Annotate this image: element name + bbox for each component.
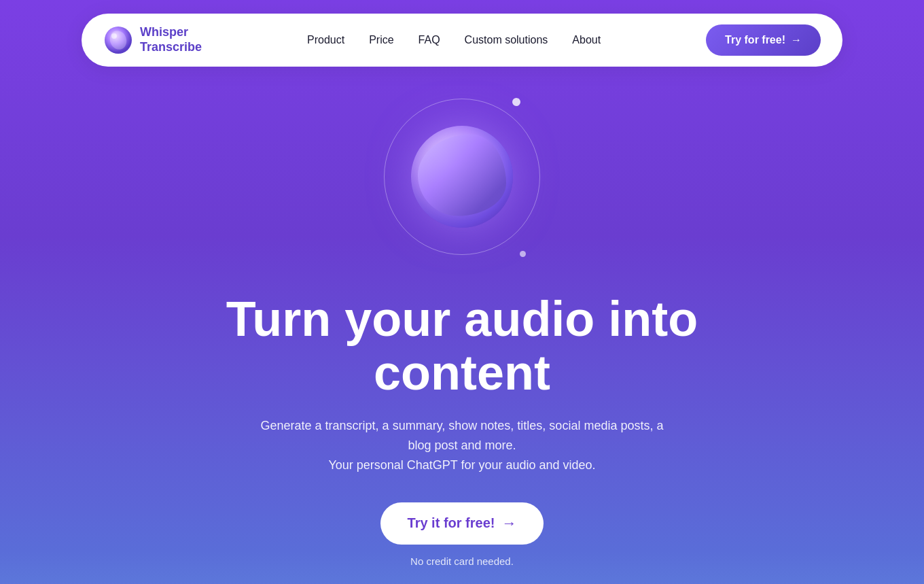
hero-cta-button[interactable]: Try it for free! → bbox=[380, 502, 544, 545]
nav-custom-solutions[interactable]: Custom solutions bbox=[465, 34, 548, 46]
nav-links: Product Price FAQ Custom solutions About bbox=[307, 34, 601, 46]
orb-dot-top bbox=[512, 98, 520, 106]
orb-sphere bbox=[411, 126, 513, 228]
hero-orb bbox=[374, 88, 550, 265]
orb-blob bbox=[418, 135, 506, 216]
navbar: WhisperTranscribe Product Price FAQ Cust… bbox=[82, 14, 842, 67]
svg-point-2 bbox=[111, 33, 117, 39]
logo-icon bbox=[103, 25, 133, 55]
hero-subtitle: Generate a transcript, a summary, show n… bbox=[251, 416, 673, 475]
nav-about[interactable]: About bbox=[572, 34, 601, 46]
hero-title: Turn your audio into content bbox=[156, 292, 768, 400]
orb-dot-bottom bbox=[520, 251, 526, 257]
hero-section: Turn your audio into content Generate a … bbox=[0, 0, 924, 584]
logo-text: WhisperTranscribe bbox=[140, 25, 202, 54]
nav-faq[interactable]: FAQ bbox=[419, 34, 440, 46]
nav-product[interactable]: Product bbox=[307, 34, 344, 46]
navbar-try-button[interactable]: Try for free! → bbox=[706, 24, 821, 56]
logo-link[interactable]: WhisperTranscribe bbox=[103, 25, 202, 55]
nav-price[interactable]: Price bbox=[369, 34, 393, 46]
no-credit-text: No credit card needed. bbox=[410, 555, 514, 567]
